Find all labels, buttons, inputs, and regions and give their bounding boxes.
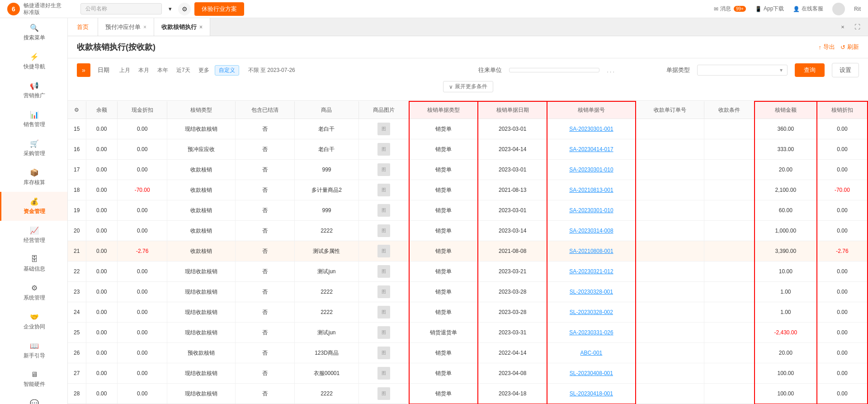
sidebar-item-purchase[interactable]: 🛒 采购管理: [0, 134, 67, 163]
tab-prepay[interactable]: 预付冲应付单 ×: [98, 18, 154, 36]
cell-bill-no[interactable]: SL-20230418-001: [547, 384, 636, 404]
bill-no-link[interactable]: SL-20230408-001: [570, 370, 613, 376]
settings-small-btn[interactable]: 设置: [832, 63, 859, 77]
sidebar-item-system[interactable]: ⚙ 系统管理: [0, 278, 67, 307]
sidebar-item-marketing[interactable]: 📢 营销推广: [0, 76, 67, 105]
sidebar-item-search[interactable]: 🔍 搜索菜单: [0, 18, 67, 47]
sidebar-item-inventory[interactable]: 📦 库存核算: [0, 163, 67, 192]
cell-included: 否: [236, 241, 295, 261]
cell-goods-img: 图: [359, 221, 409, 241]
filter-expand-icon[interactable]: »: [77, 63, 90, 77]
cell-included: 否: [236, 363, 295, 384]
date-opt-7days[interactable]: 近7天: [174, 66, 193, 75]
sidebar-item-hardware[interactable]: 🖥 智能硬件: [0, 365, 67, 394]
cell-bill-date: 2023-03-21: [478, 261, 547, 282]
bill-no-link[interactable]: SA-20210808-001: [569, 248, 613, 254]
expand-conditions-btn[interactable]: ∨ 展开更多条件: [443, 81, 493, 92]
top-bar-center: 公司名称 ▾ ⚙ 休验行业方案: [80, 2, 708, 16]
cell-bill-no[interactable]: ABC-001: [547, 343, 636, 363]
cell-bill-no[interactable]: SA-20230301-001: [547, 119, 636, 139]
tab-close-btn[interactable]: ×: [837, 22, 848, 33]
avatar[interactable]: [832, 3, 845, 15]
cell-bill-no[interactable]: SL-20230408-001: [547, 363, 636, 384]
sidebar-item-nav[interactable]: ⚡ 快捷导航: [0, 47, 67, 76]
bill-no-link[interactable]: SA-20210813-001: [569, 187, 613, 193]
cell-bill-no[interactable]: SA-20210813-001: [547, 180, 636, 200]
cell-bill-no[interactable]: SA-20230414-017: [547, 139, 636, 160]
bill-no-link[interactable]: SA-20230301-010: [569, 166, 613, 173]
refresh-btn[interactable]: ↺ 刷新: [840, 43, 859, 51]
col-pay-cond: 收款条件: [704, 101, 755, 119]
sidebar-item-newbie[interactable]: 📖 新手引导: [0, 336, 67, 365]
industry-btn[interactable]: 休验行业方案: [194, 2, 244, 16]
messages-item[interactable]: ✉ 消息 99+: [714, 5, 746, 13]
bill-no-link[interactable]: SA-20230414-017: [569, 146, 613, 152]
cell-pay-cond: [704, 221, 755, 241]
company-dropdown-btn[interactable]: ▾: [165, 5, 175, 14]
sidebar-label-inventory: 库存核算: [24, 179, 45, 186]
bill-no-link[interactable]: SA-20230331-026: [569, 329, 613, 336]
bill-no-link[interactable]: SL-20230328-002: [570, 309, 613, 315]
cell-verify-type: 现结收款核销: [167, 282, 236, 302]
partner-input[interactable]: [509, 68, 599, 72]
topbar-settings-btn[interactable]: ⚙: [178, 3, 191, 15]
cell-bill-no[interactable]: SL-20230328-002: [547, 302, 636, 323]
page-header-actions: ↑ 导出 ↺ 刷新: [819, 43, 859, 51]
bill-no-link[interactable]: SA-20230301-001: [569, 126, 613, 132]
sidebar-item-sales[interactable]: 📊 销售管理: [0, 105, 67, 134]
cell-cash-discount: 0.00: [118, 363, 167, 384]
bill-type-select[interactable]: ▾: [697, 65, 788, 76]
date-opt-this-month[interactable]: 本月: [136, 66, 152, 75]
bill-no-link[interactable]: SL-20230418-001: [570, 390, 613, 397]
cell-bill-no[interactable]: SA-20210808-001: [547, 241, 636, 261]
sidebar-item-collab[interactable]: 🤝 企业协同: [0, 307, 67, 336]
date-opt-more[interactable]: 更多: [196, 66, 212, 75]
sidebar-item-operations[interactable]: 📈 经营管理: [0, 221, 67, 250]
cell-bill-type: 销货单: [409, 160, 478, 180]
cell-order-no: [636, 139, 704, 160]
bill-no-link[interactable]: SA-20230321-012: [569, 268, 613, 275]
cell-bill-no[interactable]: SA-20230301-010: [547, 160, 636, 180]
col-settings[interactable]: ⚙: [68, 101, 86, 119]
cell-goods-img: 图: [359, 343, 409, 363]
cell-verify-type: 现结收款核销: [167, 363, 236, 384]
company-name-input[interactable]: 公司名称: [80, 3, 162, 14]
cell-num: 17: [68, 160, 86, 180]
tab-verify-close[interactable]: ×: [199, 24, 203, 30]
cell-verify-discount: -70.00: [817, 180, 868, 200]
cell-bill-no[interactable]: SA-20230331-026: [547, 323, 636, 343]
app-download-item[interactable]: 📱 App下载: [755, 5, 784, 13]
bill-no-link[interactable]: SA-20230301-010: [569, 207, 613, 214]
cell-bill-no[interactable]: SA-20230314-008: [547, 221, 636, 241]
date-opt-this-year[interactable]: 本年: [155, 66, 171, 75]
sidebar-item-finance[interactable]: 💰 资金管理: [0, 192, 67, 221]
cell-pay-cond: [704, 363, 755, 384]
cell-bill-no[interactable]: SA-20230301-010: [547, 200, 636, 221]
sidebar-item-wechat[interactable]: 💬 企业微信: [0, 394, 67, 404]
cell-goods: 多计量商品2: [294, 180, 359, 200]
date-opt-last-month[interactable]: 上月: [117, 66, 133, 75]
sidebar-item-basic-info[interactable]: 🗄 基础信息: [0, 250, 67, 278]
export-btn[interactable]: ↑ 导出: [819, 43, 835, 51]
online-service-item[interactable]: 👤 在线客服: [793, 5, 823, 13]
cell-order-no: [636, 363, 704, 384]
cell-order-no: [636, 221, 704, 241]
main-area: 首页 预付冲应付单 × 收款核销执行 × × ⛶ 收款核销执行(按收款): [68, 18, 868, 404]
cell-cash-discount: 0.00: [118, 302, 167, 323]
bill-no-link[interactable]: SL-20230328-001: [570, 289, 613, 295]
cell-order-no: [636, 241, 704, 261]
cell-bill-no[interactable]: SA-20230321-012: [547, 261, 636, 282]
bill-no-link[interactable]: SA-20230314-008: [569, 228, 613, 234]
filter-area-mid: 不限 至 2023-07-26: [248, 67, 295, 74]
tab-prepay-close[interactable]: ×: [143, 24, 146, 30]
date-opt-custom[interactable]: 自定义: [215, 65, 239, 76]
tab-home[interactable]: 首页: [68, 18, 98, 36]
cell-bill-no[interactable]: SL-20230328-001: [547, 282, 636, 302]
cell-verify-amount: 20.00: [755, 343, 817, 363]
query-btn[interactable]: 查询: [795, 63, 825, 77]
tab-fullscreen-btn[interactable]: ⛶: [852, 22, 863, 33]
tab-verify[interactable]: 收款核销执行 ×: [154, 18, 210, 36]
search-icon: 🔍: [30, 24, 39, 32]
bill-no-link[interactable]: ABC-001: [580, 350, 603, 356]
cell-bill-type: 销货单: [409, 302, 478, 323]
